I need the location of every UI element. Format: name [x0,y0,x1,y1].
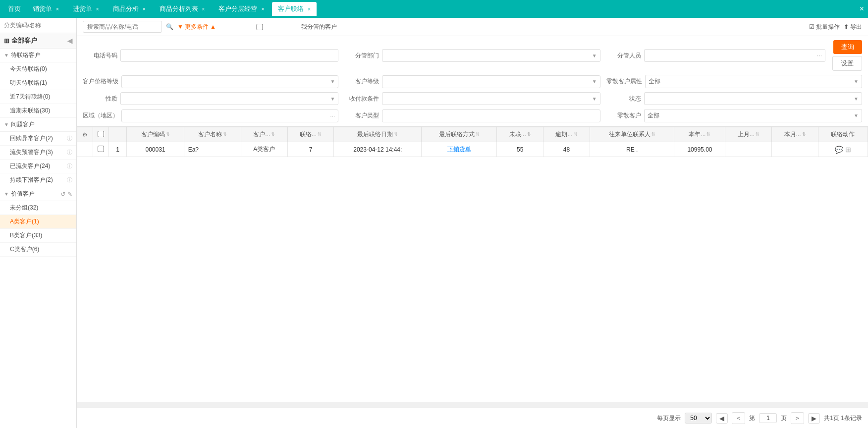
td-last-month [725,142,772,157]
filter-row-price-level: 客户价格等级 ▼ [83,75,338,88]
sidebar-item-unclassified[interactable]: 未分组(32) [0,201,76,215]
sidebar-item-tomorrow[interactable]: 明天待联络(1) [0,76,76,90]
th-last-method[interactable]: 最后联络方式 ⇅ [422,127,497,142]
search-button[interactable]: 🔍 [166,23,173,30]
table-row: 1 000031 Ea? A类客户 7 2023-04-12 14:44: 下销… [77,142,868,157]
filter-select-region[interactable]: ··· [121,109,338,122]
sidebar-item-churn-warning[interactable]: 流失预警客户(3) ⓘ [0,146,76,160]
filter-select-cust-level[interactable]: ▼ [382,75,600,88]
filter-select-payment[interactable]: ▼ [382,92,600,105]
filter-select-status[interactable]: ▼ [644,92,862,105]
per-page-select[interactable]: 50 100 200 [685,413,712,424]
gear-icon[interactable]: ⚙ [82,131,88,138]
filter-select-retail-attr[interactable]: 全部 ▼ [645,75,862,88]
close-all-tabs-icon[interactable]: × [860,4,864,13]
th-code[interactable]: 客户编码 ⇅ [127,127,184,142]
close-tab-purchase-icon[interactable]: × [96,6,99,12]
sort-type-icon: ⇅ [271,132,275,137]
chevron-retail-attr-icon: ▼ [854,79,859,84]
edit-icon[interactable]: ✎ [67,191,72,198]
my-customers-checkbox-area: 我分管的客户 [220,23,337,31]
nav-tab-segment[interactable]: 客户分层经营 × [213,2,270,16]
section-value-header[interactable]: ▼ 价值客户 ↺ ✎ [0,187,76,201]
nav-home[interactable]: 首页 [4,2,25,15]
export-button[interactable]: ⬆ 导出 [844,23,862,31]
nav-tab-sales[interactable]: 销货单 × [27,2,65,16]
filter-select-retail[interactable]: 全部 ▼ [644,109,862,122]
search-input[interactable] [83,21,162,33]
sort-code-icon: ⇅ [166,132,170,137]
th-name[interactable]: 客户名称 ⇅ [184,127,241,142]
filter-input-phone[interactable] [120,49,338,62]
filter-select-cust-type[interactable] [382,109,600,122]
section-pending-header[interactable]: ▼ 待联络客户 [0,49,76,62]
close-tab-analysis-icon[interactable]: × [143,6,146,12]
more-filter-button[interactable]: ▼ 更多条件 ▲ [177,23,216,31]
row-checkbox[interactable] [98,146,104,152]
th-this-month[interactable]: 本月... ⇅ [772,127,818,142]
filter-select-price-level[interactable]: ▼ [121,75,338,88]
sidebar-item-class-c[interactable]: C类客户(6) [0,243,76,257]
th-contact[interactable]: 联络... ⇅ [287,127,334,142]
sidebar-item-declining[interactable]: 持续下滑客户(2) ⓘ [0,173,76,187]
th-no-contact[interactable]: 未联... ⇅ [497,127,543,142]
filter-label-retail: 零散客户 [606,111,641,120]
horizontal-scrollbar[interactable] [77,402,868,408]
filter-row-cust-level: 客户等级 ▼ [344,75,600,88]
batch-op-button[interactable]: ☑ 批量操作 [809,23,840,31]
chat-icon[interactable]: 💬 [835,146,843,154]
problem-arrow-icon: ▼ [4,122,9,127]
th-last-date[interactable]: 最后联络日期 ⇅ [334,127,422,142]
close-tab-analysis-list-icon[interactable]: × [202,6,205,12]
query-button[interactable]: 查询 [833,40,862,54]
sidebar-item-rebuy-abnormal[interactable]: 回购异常客户(2) ⓘ [0,132,76,146]
my-customers-checkbox[interactable] [220,24,299,30]
section-problem-header[interactable]: ▼ 问题客户 [0,118,76,132]
td-last-method[interactable]: 下销货单 [422,142,497,157]
refresh-icon[interactable]: ↺ [60,191,65,198]
close-tab-contact-icon[interactable]: × [308,6,311,12]
table-area: ⚙ 客户编码 ⇅ [77,127,868,402]
settings-button[interactable]: 设置 [832,56,862,71]
sidebar-item-churned[interactable]: 已流失客户(24) ⓘ [0,160,76,173]
nav-tab-contact[interactable]: 客户联络 × [272,2,317,16]
nav-tab-analysis-list[interactable]: 商品分析列表 × [154,2,211,16]
sidebar-item-class-b[interactable]: B类客户(33) [0,229,76,243]
sidebar-item-class-a[interactable]: A类客户(1) [0,215,76,229]
nav-tab-purchase[interactable]: 进货单 × [67,2,105,16]
th-unit-contact[interactable]: 往来单位联系人 ⇅ [590,127,674,142]
td-action: 💬 ⊞ [818,142,868,157]
sidebar-collapse-icon[interactable]: ◀ [67,37,72,45]
sidebar-root[interactable]: ⊞ 全部客户 ◀ [0,33,76,49]
th-gear[interactable]: ⚙ [77,127,93,142]
td-name[interactable]: Ea? [184,142,241,157]
th-type[interactable]: 客户... ⇅ [241,127,287,142]
prev-page-button[interactable]: ＜ [732,412,745,424]
nav-tab-analysis[interactable]: 商品分析 × [107,2,152,16]
first-page-button[interactable]: ◀ [716,413,728,424]
sidebar-item-7days[interactable]: 近7天待联络(0) [0,90,76,104]
close-tab-sales-icon[interactable]: × [56,6,59,12]
qr-icon[interactable]: ⊞ [845,146,851,154]
last-method-link[interactable]: 下销货单 [447,146,471,153]
filter-select-manager[interactable]: ··· [644,49,825,62]
filter-select-nature[interactable]: ▼ [120,92,338,105]
help-icon-3: ⓘ [67,176,72,184]
next-page-button[interactable]: ＞ [791,412,804,424]
sidebar-item-overdue[interactable]: 逾期未联络(30) [0,104,76,118]
filter-select-dept[interactable]: ▼ [382,49,600,62]
td-last-date: 2023-04-12 14:44: [334,142,422,157]
page-suffix: 页 [781,414,787,423]
th-overdue[interactable]: 逾期... ⇅ [543,127,590,142]
sort-this-year-icon: ⇅ [706,132,710,137]
select-all-checkbox[interactable] [98,131,104,137]
page-number-input[interactable] [759,413,777,423]
close-tab-segment-icon[interactable]: × [261,6,264,12]
th-this-year[interactable]: 本年... ⇅ [674,127,725,142]
filter-row-region: 区域（地区） ··· [83,109,338,122]
sidebar-item-today[interactable]: 今天待联络(0) [0,62,76,76]
more-manager-icon: ··· [817,52,822,59]
last-page-button[interactable]: ▶ [808,413,820,424]
th-last-month[interactable]: 上月... ⇅ [725,127,772,142]
sidebar-search-input[interactable] [4,22,77,29]
